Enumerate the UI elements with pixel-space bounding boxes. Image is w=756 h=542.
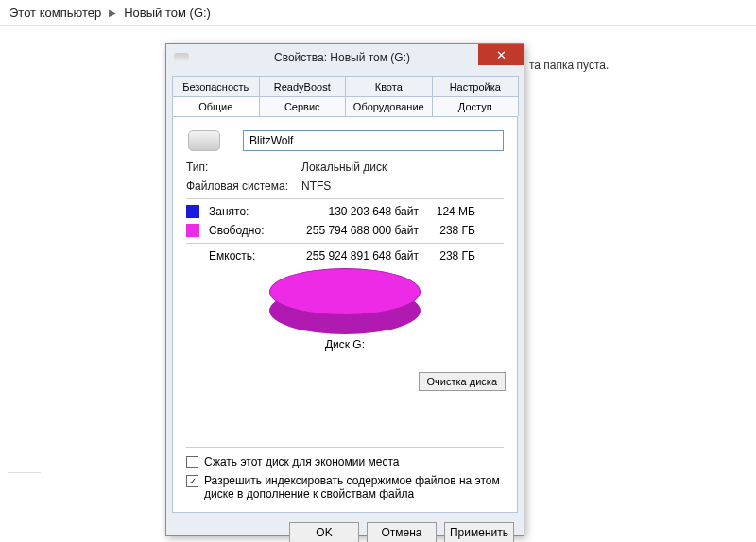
cap-gb: 238 ГБ [428, 249, 475, 263]
tab-row-front: Общие Сервис Оборудование Доступ [172, 96, 518, 116]
used-row: Занято: 130 203 648 байт 124 МБ [186, 205, 504, 218]
harddrive-icon [188, 130, 220, 151]
breadcrumb: Этот компьютер ▶ Новый том (G:) [0, 0, 756, 26]
tab-service[interactable]: Сервис [259, 96, 347, 116]
apply-button[interactable]: Применить [444, 522, 514, 542]
disk-label: Диск G: [325, 338, 365, 351]
compress-label: Сжать этот диск для экономии места [204, 455, 399, 468]
tab-security[interactable]: Безопасность [172, 76, 260, 96]
compress-checkbox[interactable] [186, 456, 198, 468]
ok-button[interactable]: OK [289, 522, 359, 542]
breadcrumb-root[interactable]: Этот компьютер ▶ [9, 6, 116, 20]
free-bytes: 255 794 688 000 байт [296, 224, 428, 237]
volume-name-input[interactable]: BlitzWolf [243, 130, 504, 151]
close-button[interactable]: ✕ [478, 44, 524, 65]
breadcrumb-current[interactable]: Новый том (G:) [124, 6, 211, 20]
free-gb: 238 ГБ [428, 224, 475, 237]
type-value: Локальный диск [301, 161, 387, 174]
index-checkbox[interactable] [186, 475, 198, 487]
cancel-button[interactable]: Отмена [367, 522, 437, 542]
used-bytes: 130 203 648 байт [296, 205, 428, 218]
sidebar-fragment [8, 472, 41, 491]
fs-value: NTFS [301, 179, 331, 193]
tab-settings[interactable]: Настройка [432, 76, 520, 96]
tab-general[interactable]: Общие [172, 96, 260, 116]
used-gb: 124 МБ [428, 205, 475, 218]
chevron-right-icon: ▶ [109, 8, 116, 18]
free-swatch-icon [186, 224, 199, 237]
dialog-title: Свойства: Новый том (G:) [198, 51, 524, 64]
fs-label: Файловая система: [186, 179, 301, 193]
tab-readyboost[interactable]: ReadyBoost [259, 76, 347, 96]
index-label: Разрешить индексировать содержимое файло… [204, 474, 504, 500]
drive-icon [174, 53, 189, 62]
free-row: Свободно: 255 794 688 000 байт 238 ГБ [186, 224, 504, 237]
used-swatch-icon [186, 205, 199, 218]
folder-empty-hint: та папка пуста. [529, 59, 609, 72]
properties-dialog: Свойства: Новый том (G:) ✕ Безопасность … [165, 43, 524, 536]
dialog-buttons: OK Отмена Применить [166, 513, 524, 542]
tab-hardware[interactable]: Оборудование [345, 96, 433, 116]
tab-row-back: Безопасность ReadyBoost Квота Настройка [172, 76, 518, 96]
titlebar[interactable]: Свойства: Новый том (G:) ✕ [166, 44, 524, 71]
tab-quota[interactable]: Квота [345, 76, 433, 96]
pie-chart: Диск G: [186, 268, 504, 351]
disk-cleanup-button[interactable]: Очистка диска [419, 372, 506, 391]
cap-bytes: 255 924 891 648 байт [296, 249, 428, 263]
capacity-row: Емкость: 255 924 891 648 байт 238 ГБ [186, 249, 504, 263]
type-label: Тип: [186, 161, 301, 174]
tab-panel-general: BlitzWolf Тип: Локальный диск Файловая с… [172, 116, 518, 513]
tab-sharing[interactable]: Доступ [432, 96, 520, 116]
